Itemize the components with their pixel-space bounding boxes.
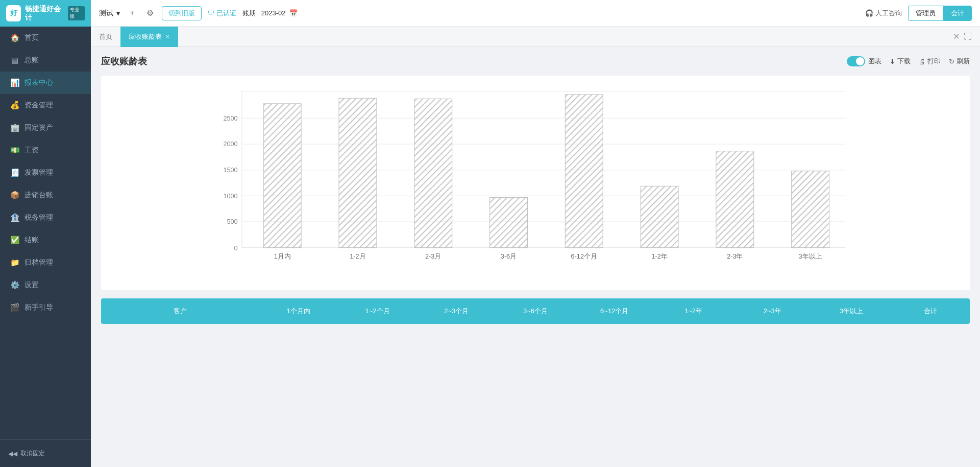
top-bar: 测试 ▾ ＋ ⚙ 切到旧版 🛡 已认证 账期 2023-02 📅 🎧 人工咨询 … [91, 0, 980, 27]
sidebar-item-assets[interactable]: 🏢 固定资产 [0, 116, 91, 139]
svg-text:1500: 1500 [223, 167, 237, 174]
svg-text:3年以上: 3年以上 [799, 253, 822, 260]
assets-icon: 🏢 [10, 123, 19, 132]
sidebar-item-funds-label: 资金管理 [24, 101, 53, 110]
headset-icon: 🎧 [865, 9, 873, 17]
switch-version-button[interactable]: 切到旧版 [162, 6, 202, 20]
settings-icon: ⚙️ [10, 281, 19, 290]
certified-label: 已认证 [216, 9, 236, 18]
purchase-icon: 📦 [10, 191, 19, 200]
page-header: 应收账龄表 图表 ⬇ 下载 🖨 打印 ↻ [101, 55, 970, 67]
tab-aging[interactable]: 应收账龄表 ✕ [120, 27, 178, 47]
reports-icon: 📊 [10, 78, 19, 87]
archive-icon: 📁 [10, 258, 19, 267]
sidebar-nav: 🏠 首页 ▤ 总账 📊 报表中心 💰 资金管理 🏢 固定资产 💵 工资 🧾 发票… [0, 27, 91, 439]
table-col-3-6m: 3~6个月 [496, 298, 575, 324]
svg-text:1-2月: 1-2月 [350, 253, 365, 260]
svg-text:1月内: 1月内 [274, 253, 291, 260]
sidebar-item-archive[interactable]: 📁 归档管理 [0, 251, 91, 274]
settlement-icon: ✅ [10, 236, 19, 245]
page-actions: 图表 ⬇ 下载 🖨 打印 ↻ 刷新 [847, 56, 970, 66]
sidebar-item-settlement[interactable]: ✅ 结账 [0, 229, 91, 251]
close-window-icon[interactable]: ✕ [953, 32, 960, 41]
table-col-2-3y: 2~3年 [733, 298, 812, 324]
svg-text:6-12个月: 6-12个月 [571, 253, 597, 260]
sidebar-item-ledger[interactable]: ▤ 总账 [0, 49, 91, 72]
tab-bar-actions: ✕ ⛶ [945, 32, 980, 41]
sidebar-item-settings-label: 设置 [24, 281, 39, 290]
svg-text:2-3年: 2-3年 [727, 253, 743, 260]
guide-icon: 🎬 [10, 303, 19, 312]
refresh-icon: ↻ [949, 58, 954, 65]
sidebar-item-assets-label: 固定资产 [24, 123, 53, 132]
sidebar-item-ledger-label: 总账 [24, 56, 39, 65]
funds-icon: 💰 [10, 101, 19, 110]
home-icon: 🏠 [10, 33, 19, 42]
sidebar-item-tax[interactable]: 🏦 税务管理 [0, 206, 91, 229]
sidebar-item-guide[interactable]: 🎬 新手引导 [0, 296, 91, 319]
sidebar-item-settings[interactable]: ⚙️ 设置 [0, 274, 91, 296]
workspace-selector[interactable]: 测试 ▾ [99, 9, 120, 18]
svg-rect-21 [490, 198, 528, 248]
svg-text:1000: 1000 [223, 193, 237, 200]
sidebar-item-guide-label: 新手引导 [24, 303, 53, 312]
workspace-chevron-icon: ▾ [116, 9, 120, 17]
table-col-1-2m: 1~2个月 [338, 298, 417, 324]
sidebar-item-tax-label: 税务管理 [24, 213, 53, 222]
app-name: 畅捷通好会计 [25, 5, 64, 22]
table-col-1m: 1个月内 [259, 298, 338, 324]
accountant-button[interactable]: 会计 [943, 6, 972, 21]
svg-rect-23 [565, 95, 603, 248]
period-label: 账期 2023-02 📅 [242, 9, 298, 18]
page-title: 应收账龄表 [101, 55, 147, 67]
expand-icon[interactable]: ⛶ [964, 32, 972, 41]
bar-chart: 0 500 1000 1500 2000 2500 1月内 [111, 86, 954, 280]
sidebar-item-archive-label: 归档管理 [24, 258, 53, 267]
sidebar-item-payroll-label: 工资 [24, 146, 39, 155]
svg-rect-25 [641, 186, 678, 247]
cancel-pin-button[interactable]: ◀◀ 取消固定 [0, 445, 91, 462]
payroll-icon: 💵 [10, 146, 19, 155]
sidebar-item-reports[interactable]: 📊 报表中心 [0, 72, 91, 94]
print-button[interactable]: 🖨 打印 [919, 57, 941, 66]
sidebar-item-home[interactable]: 🏠 首页 [0, 27, 91, 49]
ledger-icon: ▤ [10, 56, 19, 65]
table-header: 客户 1个月内 1~2个月 2~3个月 3~6个月 6~12个月 1~2年 2~… [101, 298, 970, 324]
svg-text:1-2年: 1-2年 [651, 253, 667, 260]
user-buttons: 管理员 会计 [908, 6, 972, 21]
refresh-button[interactable]: ↻ 刷新 [949, 57, 970, 66]
settings-button[interactable]: ⚙ [144, 6, 156, 20]
table-col-6-12m: 6~12个月 [575, 298, 654, 324]
sidebar-item-invoice[interactable]: 🧾 发票管理 [0, 161, 91, 184]
table-col-1-2y: 1~2年 [654, 298, 733, 324]
svg-text:500: 500 [227, 218, 237, 225]
workspace-name: 测试 [99, 9, 113, 18]
table-col-total: 合计 [891, 298, 970, 324]
download-button[interactable]: ⬇ 下载 [890, 57, 911, 66]
sidebar-item-funds[interactable]: 💰 资金管理 [0, 94, 91, 116]
shield-icon: 🛡 [208, 9, 214, 17]
content: 应收账龄表 图表 ⬇ 下载 🖨 打印 ↻ [91, 47, 980, 467]
tab-close-icon[interactable]: ✕ [165, 33, 170, 40]
period-value: 2023-02 [261, 9, 286, 17]
sidebar-item-purchase-label: 进销台账 [24, 191, 53, 200]
svg-text:2-3月: 2-3月 [425, 253, 441, 260]
table-col-2-3m: 2~3个月 [417, 298, 496, 324]
sidebar-item-home-label: 首页 [24, 33, 39, 42]
sidebar-item-settlement-label: 结账 [24, 236, 39, 245]
content-inner: 应收账龄表 图表 ⬇ 下载 🖨 打印 ↻ [91, 47, 980, 467]
add-button[interactable]: ＋ [126, 6, 138, 20]
manager-button[interactable]: 管理员 [908, 6, 943, 21]
consultation-button[interactable]: 🎧 人工咨询 [865, 9, 902, 18]
print-icon: 🖨 [919, 58, 925, 65]
cancel-pin-label: 取消固定 [20, 449, 45, 458]
svg-text:0: 0 [234, 245, 238, 252]
sidebar-item-purchase[interactable]: 📦 进销台账 [0, 184, 91, 206]
tab-bar: 首页 应收账龄表 ✕ ✕ ⛶ [91, 27, 980, 47]
sidebar-item-invoice-label: 发票管理 [24, 168, 53, 177]
sidebar-bottom: ◀◀ 取消固定 [0, 439, 91, 467]
sidebar-item-payroll[interactable]: 💵 工资 [0, 139, 91, 161]
app-logo-text: 畅捷通好会计 [25, 5, 64, 22]
chart-toggle[interactable] [847, 56, 865, 66]
tab-home[interactable]: 首页 [91, 27, 120, 47]
